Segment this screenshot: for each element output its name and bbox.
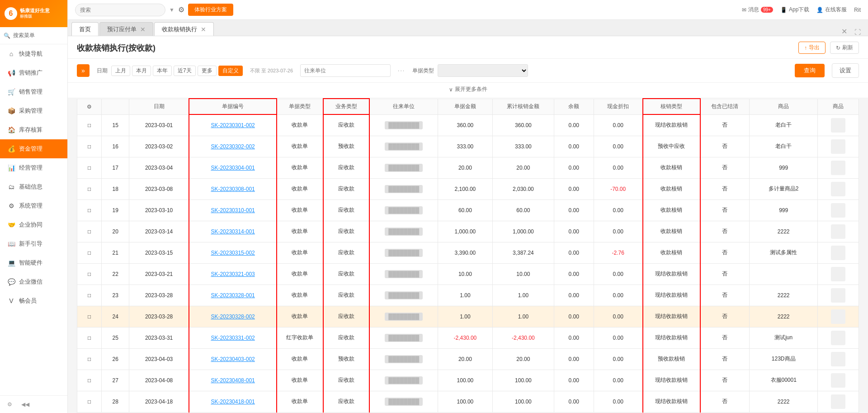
table-row[interactable]: □ 18 2023-03-08 SK-20230308-001 收款单 应收款 … [77, 178, 859, 199]
filter-unit-input[interactable] [300, 64, 391, 77]
user-name[interactable]: Rit [854, 7, 861, 13]
tabs-close-all-icon[interactable]: ✕ [838, 27, 851, 36]
sidebar-item-hardware[interactable]: 💻 智能硬件 [0, 253, 67, 272]
sidebar-item-inventory[interactable]: 🏠 库存核算 [0, 120, 67, 139]
date-btn-custom[interactable]: 自定义 [218, 66, 243, 76]
tab-payable-close-icon[interactable]: ✕ [140, 26, 146, 33]
col-goods-header[interactable]: 商品 [750, 99, 818, 114]
sidebar-item-system[interactable]: ⚙ 系统管理 [0, 196, 67, 215]
table-row[interactable]: □ 22 2023-03-21 SK-20230321-003 收款单 应收款 … [77, 263, 859, 285]
table-row[interactable]: □ 19 2023-03-10 SK-20230310-001 收款单 应收款 … [77, 199, 859, 221]
sidebar-item-quick-nav[interactable]: ⌂ 快捷导航 [0, 44, 67, 63]
cell-settings[interactable]: □ [77, 391, 102, 412]
table-row[interactable]: □ 24 2023-03-28 SK-20230328-002 收款单 应收款 … [77, 306, 859, 327]
table-row[interactable]: □ 23 2023-03-28 SK-20230328-001 收款单 应收款 … [77, 285, 859, 306]
cell-settings[interactable]: □ [77, 136, 102, 157]
export-button[interactable]: ↑ 导出 [798, 42, 826, 54]
cell-settings[interactable]: □ [77, 306, 102, 327]
online-service-link[interactable]: 👤 在线客服 [816, 6, 847, 14]
table-row[interactable]: □ 21 2023-03-15 SK-20230315-002 收款单 应收款 … [77, 242, 859, 263]
cell-settings[interactable]: □ [77, 263, 102, 285]
col-discount-header[interactable]: 现金折扣 [594, 99, 643, 114]
cell-order-no[interactable]: SK-20230314-001 [189, 221, 276, 242]
cell-order-no[interactable]: SK-20230302-002 [189, 136, 276, 157]
topbar-settings-icon[interactable]: ⚙ [178, 5, 184, 14]
cell-settings[interactable]: □ [77, 178, 102, 199]
table-row[interactable]: □ 17 2023-03-04 SK-20230304-001 收款单 应收款 … [77, 157, 859, 178]
cell-settings[interactable]: □ [77, 157, 102, 178]
tabs-expand-icon[interactable]: ⛶ [851, 28, 864, 36]
date-btn-more[interactable]: 更多 [198, 66, 217, 76]
table-row[interactable]: □ 25 2023-03-31 SK-20230331-002 红字收款单 应收… [77, 327, 859, 348]
collapse-icon[interactable]: ◀◀ [21, 401, 29, 408]
cell-order-no[interactable]: SK-20230301-002 [189, 114, 276, 136]
table-row[interactable]: □ 28 2023-04-18 SK-20230418-001 收款单 应收款 … [77, 391, 859, 412]
tab-payable[interactable]: 预订应付单 ✕ [99, 22, 153, 36]
col-cancel-type-header[interactable]: 核销类型 [643, 99, 700, 114]
tab-collection[interactable]: 收款核销执行 ✕ [154, 22, 214, 36]
cell-order-no[interactable]: SK-20230315-002 [189, 242, 276, 263]
cell-order-no[interactable]: SK-20230418-001 [189, 391, 276, 412]
filter-toggle-button[interactable]: » [77, 64, 90, 77]
sidebar-item-marketing[interactable]: 📢 营销推广 [0, 63, 67, 82]
filter-type-select[interactable] [438, 64, 528, 77]
cell-settings[interactable]: □ [77, 370, 102, 391]
refresh-button[interactable]: ↻ 刷新 [830, 42, 859, 54]
messages-section[interactable]: ✉ 消息 99+ [742, 6, 773, 14]
col-cancel-amount-header[interactable]: 累计核销金额 [492, 99, 554, 114]
sidebar-item-wechat[interactable]: 💬 企业微信 [0, 272, 67, 291]
table-row[interactable]: □ 15 2023-03-01 SK-20230301-002 收款单 应收款 … [77, 114, 859, 136]
tab-home[interactable]: 首页 [71, 22, 99, 36]
cell-settings[interactable]: □ [77, 221, 102, 242]
sidebar-item-enterprise[interactable]: 🤝 企业协同 [0, 215, 67, 234]
cell-order-no[interactable]: SK-20230308-001 [189, 178, 276, 199]
cell-order-no[interactable]: SK-20230328-002 [189, 306, 276, 327]
topbar-search-input[interactable] [75, 4, 165, 16]
col-included-header[interactable]: 包含已结清 [700, 99, 750, 114]
cell-order-no[interactable]: SK-20230408-001 [189, 370, 276, 391]
settings-footer-icon[interactable]: ⚙ [7, 401, 12, 408]
trial-btn[interactable]: 体验行业方案 [188, 4, 233, 16]
table-row[interactable]: □ 27 2023-04-08 SK-20230408-001 收款单 应收款 … [77, 370, 859, 391]
search-menu[interactable]: 🔍 搜索菜单 [0, 27, 67, 44]
col-date-header[interactable]: 日期 [129, 99, 189, 114]
cell-settings[interactable]: □ [77, 199, 102, 221]
cell-order-no[interactable]: SK-20230331-002 [189, 327, 276, 348]
date-btn-7days[interactable]: 近7天 [174, 66, 196, 76]
sidebar-item-member[interactable]: V 畅会员 [0, 291, 67, 310]
cell-order-no[interactable]: SK-20230403-002 [189, 348, 276, 370]
sidebar-item-basic[interactable]: 🗂 基础信息 [0, 177, 67, 196]
table-row[interactable]: □ 20 2023-03-14 SK-20230314-001 收款单 应收款 … [77, 221, 859, 242]
sidebar-item-purchase[interactable]: 📦 采购管理 [0, 101, 67, 120]
cell-order-no[interactable]: SK-20230321-003 [189, 263, 276, 285]
cell-settings[interactable]: □ [77, 285, 102, 306]
col-goods2-header[interactable]: 商品 [818, 99, 859, 114]
date-btn-this-year[interactable]: 本年 [153, 66, 172, 76]
expand-conditions-button[interactable]: ∨ 展开更多条件 [449, 85, 487, 93]
table-row[interactable]: □ 16 2023-03-02 SK-20230302-002 收款单 预收款 … [77, 136, 859, 157]
col-biz-type-header[interactable]: 业务类型 [323, 99, 370, 114]
sidebar-item-sales[interactable]: 🛒 销售管理 [0, 82, 67, 101]
cell-settings[interactable]: □ [77, 114, 102, 136]
table-row[interactable]: □ 26 2023-04-03 SK-20230403-002 收款单 预收款 … [77, 348, 859, 370]
cell-order-no[interactable]: SK-20230328-001 [189, 285, 276, 306]
col-settings-header[interactable]: ⚙ [77, 99, 102, 114]
cell-order-no[interactable]: SK-20230304-001 [189, 157, 276, 178]
sidebar-item-operations[interactable]: 📊 经营管理 [0, 158, 67, 177]
cell-settings[interactable]: □ [77, 242, 102, 263]
cell-order-no[interactable]: SK-20230310-001 [189, 199, 276, 221]
cell-settings[interactable]: □ [77, 348, 102, 370]
date-btn-this-month[interactable]: 本月 [132, 66, 151, 76]
dropdown-arrow-icon[interactable]: ▼ [169, 7, 175, 13]
query-button[interactable]: 查询 [795, 64, 825, 77]
col-unit-header[interactable]: 往来单位 [369, 99, 438, 114]
col-balance-header[interactable]: 余额 [554, 99, 594, 114]
filter-settings-button[interactable]: 设置 [832, 63, 859, 78]
sidebar-item-guide[interactable]: 📖 新手引导 [0, 234, 67, 253]
col-order-no-header[interactable]: 单据编号 [189, 99, 276, 114]
app-download-link[interactable]: 📱 App下载 [780, 6, 809, 14]
tab-collection-close-icon[interactable]: ✕ [201, 26, 206, 33]
date-btn-last-month[interactable]: 上月 [111, 66, 130, 76]
col-amount-header[interactable]: 单据金额 [438, 99, 492, 114]
col-order-type-header[interactable]: 单据类型 [277, 99, 323, 114]
